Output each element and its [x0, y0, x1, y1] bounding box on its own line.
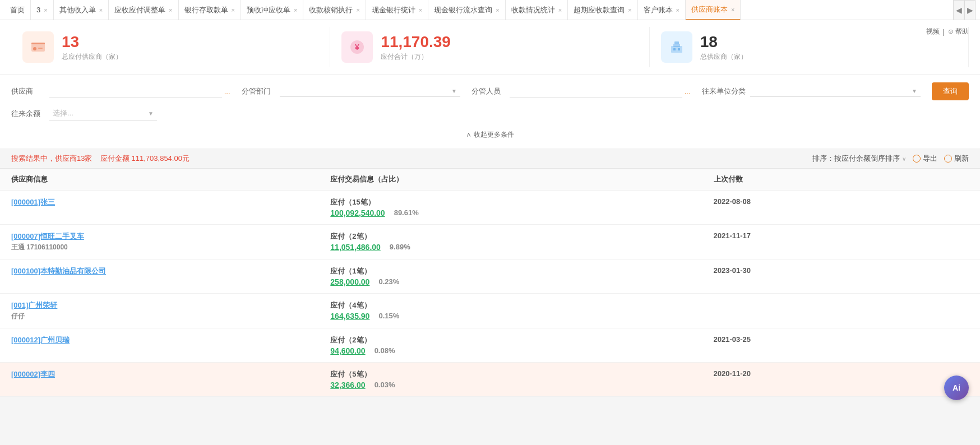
person-filter-dots[interactable]: ...	[685, 87, 691, 96]
dept-filter-select[interactable]: ▼	[280, 86, 461, 97]
close-tab-3[interactable]: ×	[44, 7, 47, 13]
summary-card-payable-total: ¥ 11,170.39 应付合计（万）	[330, 27, 649, 67]
payable-total-label: 应付合计（万）	[381, 52, 451, 62]
txn-percent-0: 89.61%	[394, 208, 419, 217]
close-tab-cash-bank-flow[interactable]: ×	[496, 7, 499, 13]
nav-next-arrow[interactable]: ▶	[964, 0, 976, 20]
close-tab-receipt-stat[interactable]: ×	[558, 7, 562, 13]
nav-tab-other-income[interactable]: 其他收入单 ×	[54, 0, 109, 20]
nav-tab-receipt-stat[interactable]: 收款情况统计 ×	[506, 0, 568, 20]
txn-amount-4[interactable]: 94,600.00	[330, 346, 365, 355]
close-tab-customer-ledger[interactable]: ×	[676, 7, 679, 13]
transaction-info-3: 应付（4笔） 164,635.90 0.15%	[330, 300, 713, 321]
supplier-link-5[interactable]: [000002]李四	[11, 369, 330, 379]
total-suppliers-value: 18	[700, 33, 747, 52]
supplier-info-4: [000012]广州贝瑞	[11, 335, 330, 346]
close-tab-supplier-ledger[interactable]: ×	[731, 6, 734, 13]
category-filter-select[interactable]: ▼	[750, 86, 921, 97]
last-payment-2: 2023-01-30	[714, 266, 969, 275]
supplier-sub-1: 王通 17106110000	[11, 243, 330, 252]
refresh-button[interactable]: 刷新	[944, 154, 969, 164]
nav-tab-supplier-ledger[interactable]: 供应商账本 ×	[686, 0, 741, 20]
filter-category: 往来单位分类 ▼	[702, 86, 921, 97]
supplier-filter-input[interactable]	[49, 85, 222, 98]
transaction-info-2: 应付（1笔） 258,000.00 0.23%	[330, 266, 713, 286]
txn-amount-0[interactable]: 100,092,540.00	[330, 208, 385, 217]
nav-tab-receipt-verify[interactable]: 收款核销执行 ×	[303, 0, 366, 20]
top-right-links: 视频 | ⊙ 帮助	[926, 27, 969, 36]
nav-prev-arrow[interactable]: ◀	[953, 0, 964, 20]
close-tab-cash-bank-stat[interactable]: ×	[419, 7, 422, 13]
dept-arrow: ▼	[451, 88, 457, 94]
result-info: 搜索结果中，供应商13家 应付金额 111,703,854.00元	[11, 154, 189, 164]
txn-amount-5[interactable]: 32,366.00	[330, 381, 365, 390]
txn-row-3: 164,635.90 0.15%	[330, 310, 713, 321]
col-header-transaction: 应付交易信息（占比）	[330, 174, 713, 184]
close-tab-ar-ap-adjust[interactable]: ×	[169, 7, 172, 13]
help-link[interactable]: ⊙ 帮助	[948, 27, 969, 36]
table-row[interactable]: [001]广州荣轩 仔仔 应付（4笔） 164,635.90 0.15%	[0, 294, 980, 328]
payable-total-value: 11,170.39	[381, 33, 451, 52]
supplier-link-1[interactable]: [000007]恒旺二手叉车	[11, 231, 330, 242]
nav-tab-cash-bank-stat[interactable]: 现金银行统计 ×	[366, 0, 428, 20]
transaction-info-0: 应付（15笔） 100,092,540.00 89.61%	[330, 197, 713, 217]
nav-tab-home[interactable]: 首页	[4, 0, 31, 20]
sort-label: 排序：按应付余额倒序排序	[812, 154, 900, 164]
nav-tab-prepaid-ar[interactable]: 预收冲应收单 ×	[241, 0, 303, 20]
last-payment-4: 2021-03-25	[714, 335, 969, 344]
nav-tab-customer-ledger[interactable]: 客户账本 ×	[638, 0, 686, 20]
txn-amount-2[interactable]: 258,000.00	[330, 277, 369, 286]
ai-button[interactable]: Ai	[944, 376, 969, 397]
svg-rect-10	[678, 48, 680, 50]
txn-row-1: 11,051,486.00 9.89%	[330, 242, 713, 252]
query-button[interactable]: 查询	[932, 82, 969, 100]
payable-suppliers-value: 13	[62, 33, 122, 52]
nav-tab-ar-ap-adjust[interactable]: 应收应付调整单 ×	[109, 0, 178, 20]
nav-tab-overdue-ar[interactable]: 超期应收款查询 ×	[568, 0, 637, 20]
sort-select[interactable]: 排序：按应付余额倒序排序 ∨	[812, 154, 906, 164]
svg-text:¥: ¥	[355, 43, 359, 52]
supplier-table: 供应商信息 应付交易信息（占比） 上次付数 [000001]张三 应付（15笔）…	[0, 169, 980, 397]
sort-arrow: ∨	[902, 156, 906, 162]
close-tab-overdue-ar[interactable]: ×	[628, 7, 631, 13]
dept-filter-label: 分管部门	[242, 86, 275, 96]
video-link[interactable]: 视频	[926, 27, 940, 36]
table-row[interactable]: [000001]张三 应付（15笔） 100,092,540.00 89.61%…	[0, 191, 980, 225]
txn-label-5: 应付（5笔）	[330, 369, 713, 379]
supplier-info-1: [000007]恒旺二手叉车 王通 17106110000	[11, 231, 330, 252]
close-tab-prepaid-ar[interactable]: ×	[294, 7, 297, 13]
supplier-info-0: [000001]张三	[11, 197, 330, 208]
txn-amount-3[interactable]: 164,635.90	[330, 312, 369, 321]
nav-tab-3[interactable]: 3 ×	[31, 0, 54, 20]
table-row[interactable]: [000100]本特勤油品有限公司 应付（1笔） 258,000.00 0.23…	[0, 259, 980, 294]
col-header-supplier: 供应商信息	[11, 174, 330, 184]
close-tab-bank-deposit[interactable]: ×	[232, 7, 235, 13]
summary-card-payable-suppliers: 13 总应付供应商（家）	[11, 27, 330, 67]
supplier-filter-dots[interactable]: ...	[224, 87, 230, 96]
svg-rect-1	[31, 43, 45, 44]
supplier-link-3[interactable]: [001]广州荣轩	[11, 300, 330, 310]
txn-percent-2: 0.23%	[378, 277, 399, 286]
balance-filter-label: 往来余额	[11, 109, 45, 119]
supplier-link-2[interactable]: [000100]本特勤油品有限公司	[11, 266, 330, 276]
summary-card-total-suppliers: 18 总供应商（家）	[650, 27, 969, 67]
table-row[interactable]: [000012]广州贝瑞 应付（2笔） 94,600.00 0.08% 2021…	[0, 328, 980, 363]
table-row[interactable]: [000002]李四 应付（5笔） 32,366.00 0.03% 2020-1…	[0, 363, 980, 397]
person-filter-input[interactable]	[510, 85, 682, 98]
supplier-sub-3: 仔仔	[11, 312, 330, 321]
table-row[interactable]: [000007]恒旺二手叉车 王通 17106110000 应付（2笔） 11,…	[0, 225, 980, 259]
export-button[interactable]: 导出	[913, 154, 937, 164]
supplier-info-5: [000002]李四	[11, 369, 330, 381]
txn-amount-1[interactable]: 11,051,486.00	[330, 243, 381, 252]
refresh-icon	[944, 155, 952, 163]
supplier-info-3: [001]广州荣轩 仔仔	[11, 300, 330, 321]
supplier-link-0[interactable]: [000001]张三	[11, 197, 330, 207]
nav-tab-bank-deposit[interactable]: 银行存取款单 ×	[179, 0, 241, 20]
nav-tab-cash-bank-flow[interactable]: 现金银行流水查询 ×	[428, 0, 505, 20]
close-tab-receipt-verify[interactable]: ×	[356, 7, 359, 13]
close-tab-other-income[interactable]: ×	[99, 7, 103, 13]
filter-area: 供应商 ... 分管部门 ▼ 分管人员 ... 往来单位分类 ▼ 查询 往来	[0, 75, 980, 149]
balance-filter-select[interactable]: 选择... ▼	[49, 106, 157, 121]
supplier-link-4[interactable]: [000012]广州贝瑞	[11, 335, 330, 345]
collapse-more-btn[interactable]: ∧ 收起更多条件	[11, 127, 969, 143]
